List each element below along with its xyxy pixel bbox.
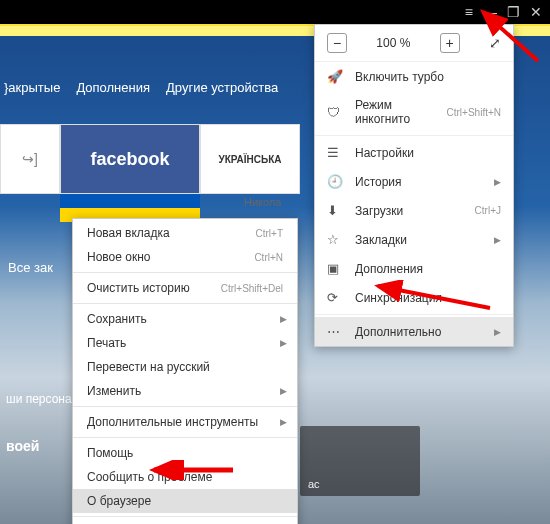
shortcut: Ctrl+T (256, 228, 284, 239)
sliders-icon: ☰ (327, 145, 345, 160)
text-personal: ши персонал (6, 392, 79, 406)
menu-downloads[interactable]: ⬇ЗагрузкиCtrl+J (315, 196, 513, 225)
menu-turbo-label: Включить турбо (355, 70, 501, 84)
menu-bookmarks[interactable]: ☆Закладки▶ (315, 225, 513, 254)
menu-separator (73, 406, 297, 407)
news-label: ас (308, 478, 320, 490)
menu-settings[interactable]: ☰Настройки (315, 138, 513, 167)
menu-addons[interactable]: ▣Дополнения (315, 254, 513, 283)
menu-separator (73, 272, 297, 273)
submenu-clear-history-label: Очистить историю (87, 281, 221, 295)
menu-history-label: История (355, 175, 494, 189)
sync-icon: ⟳ (327, 290, 345, 305)
minimize-button[interactable]: — (483, 5, 497, 19)
menu-incognito[interactable]: 🛡Режим инкогнитоCtrl+Shift+N (315, 91, 513, 133)
submenu-report[interactable]: Сообщить о проблеме (73, 465, 297, 489)
window-titlebar: ≡ — ❐ ✕ (457, 0, 550, 24)
submenu-translate-label: Перевести на русский (87, 360, 283, 374)
close-button[interactable]: ✕ (530, 5, 542, 19)
menu-downloads-shortcut: Ctrl+J (475, 205, 501, 216)
main-menu: − 100 % + ⤢ 🚀Включить турбо 🛡Режим инког… (314, 24, 514, 347)
import-icon: ↪] (22, 151, 38, 167)
submenu-report-label: Сообщить о проблеме (87, 470, 283, 484)
submenu-about-label: О браузере (87, 494, 283, 508)
menu-separator (315, 135, 513, 136)
chevron-right-icon: ▶ (280, 338, 287, 348)
nav-addons[interactable]: Дополнения (76, 80, 150, 95)
submenu-new-tab[interactable]: Новая вкладкаCtrl+T (73, 221, 297, 245)
chevron-right-icon: ▶ (494, 177, 501, 187)
news-tile[interactable]: ас (300, 426, 420, 496)
speed-dial-tile[interactable]: ↪] (0, 124, 60, 194)
text-voey: воей (6, 438, 39, 454)
submenu-edit-label: Изменить (87, 384, 283, 398)
zoom-in-button[interactable]: + (440, 33, 460, 53)
more-submenu: Новая вкладкаCtrl+T Новое окноCtrl+N Очи… (72, 218, 298, 524)
shortcut: Ctrl+Shift+Del (221, 283, 283, 294)
star-icon: ☆ (327, 232, 345, 247)
menu-more[interactable]: ⋯Дополнительно▶ (315, 317, 513, 346)
submenu-translate[interactable]: Перевести на русский (73, 355, 297, 379)
maximize-button[interactable]: ❐ (507, 5, 520, 19)
chevron-right-icon: ▶ (494, 327, 501, 337)
bookmarks-bar: }акрытые Дополнения Другие устройства (4, 80, 278, 95)
submenu-print-label: Печать (87, 336, 283, 350)
menu-separator (73, 437, 297, 438)
zoom-controls: − 100 % + ⤢ (315, 25, 513, 62)
menu-history[interactable]: 🕘История▶ (315, 167, 513, 196)
submenu-dev-tools-label: Дополнительные инструменты (87, 415, 283, 429)
speed-dial-row: ↪] facebook УКРАЇНСЬКА (0, 124, 300, 194)
chevron-right-icon: ▶ (494, 235, 501, 245)
clock-icon: 🕘 (327, 174, 345, 189)
submenu-help-label: Помощь (87, 446, 283, 460)
speed-dial-facebook[interactable]: facebook (60, 124, 200, 194)
menu-separator (73, 516, 297, 517)
nav-closed[interactable]: }акрытые (4, 80, 60, 95)
shortcut: Ctrl+N (254, 252, 283, 263)
fullscreen-icon[interactable]: ⤢ (489, 35, 501, 51)
submenu-new-window[interactable]: Новое окноCtrl+N (73, 245, 297, 269)
menu-sync-label: Синхронизация (355, 291, 501, 305)
submenu-save-label: Сохранить (87, 312, 283, 326)
dots-icon: ⋯ (327, 324, 345, 339)
label-nikola: Никола (244, 196, 281, 208)
text-all-bookmarks: Все зак (8, 260, 53, 275)
zoom-out-button[interactable]: − (327, 33, 347, 53)
menu-incognito-shortcut: Ctrl+Shift+N (447, 107, 501, 118)
download-icon: ⬇ (327, 203, 345, 218)
menu-bookmarks-label: Закладки (355, 233, 494, 247)
submenu-new-window-label: Новое окно (87, 250, 254, 264)
submenu-dev-tools[interactable]: Дополнительные инструменты▶ (73, 410, 297, 434)
shield-icon: 🛡 (327, 105, 345, 120)
chevron-right-icon: ▶ (280, 314, 287, 324)
submenu-print[interactable]: Печать▶ (73, 331, 297, 355)
puzzle-icon: ▣ (327, 261, 345, 276)
menu-addons-label: Дополнения (355, 262, 501, 276)
chevron-right-icon: ▶ (280, 417, 287, 427)
menu-settings-label: Настройки (355, 146, 501, 160)
submenu-save[interactable]: Сохранить▶ (73, 307, 297, 331)
hamburger-icon[interactable]: ≡ (465, 5, 473, 19)
zoom-value: 100 % (376, 36, 410, 50)
menu-sync[interactable]: ⟳Синхронизация (315, 283, 513, 312)
submenu-edit[interactable]: Изменить▶ (73, 379, 297, 403)
menu-turbo[interactable]: 🚀Включить турбо (315, 62, 513, 91)
submenu-about[interactable]: О браузере (73, 489, 297, 513)
submenu-help[interactable]: Помощь (73, 441, 297, 465)
submenu-new-tab-label: Новая вкладка (87, 226, 256, 240)
speed-dial-ukrainska[interactable]: УКРАЇНСЬКА (200, 124, 300, 194)
nav-devices[interactable]: Другие устройства (166, 80, 278, 95)
menu-downloads-label: Загрузки (355, 204, 475, 218)
menu-separator (73, 303, 297, 304)
submenu-clear-history[interactable]: Очистить историюCtrl+Shift+Del (73, 276, 297, 300)
menu-more-label: Дополнительно (355, 325, 494, 339)
menu-incognito-label: Режим инкогнито (355, 98, 447, 126)
menu-separator (315, 314, 513, 315)
chevron-right-icon: ▶ (280, 386, 287, 396)
submenu-quit[interactable]: Закрыть браузерCtrl+Shift+Q (73, 520, 297, 524)
rocket-icon: 🚀 (327, 69, 345, 84)
